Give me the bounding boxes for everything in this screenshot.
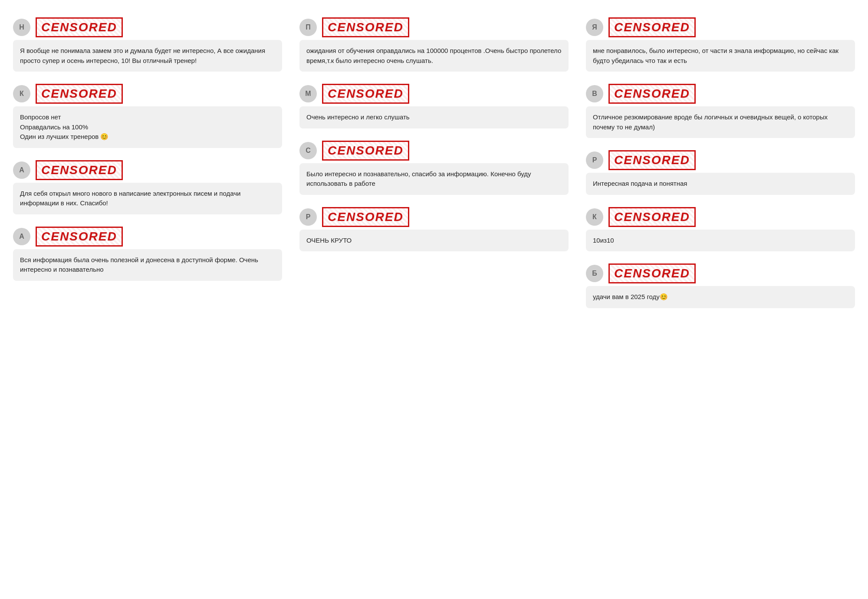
censored-label: CENSORED: [328, 210, 404, 224]
avatar: Я: [586, 19, 603, 36]
review-message: удачи вам в 2025 году😊: [586, 286, 855, 308]
review-card: ЯCENSOREDмне понравилось, было интересно…: [586, 17, 855, 72]
card-header: КCENSORED: [586, 207, 855, 227]
censored-badge: CENSORED: [608, 207, 696, 227]
card-header: МCENSORED: [299, 84, 569, 104]
card-header: БCENSORED: [586, 263, 855, 283]
card-header: РCENSORED: [299, 207, 569, 227]
censored-label: CENSORED: [328, 20, 404, 34]
avatar: А: [13, 161, 30, 179]
review-message: Было интересно и познавательно, спасибо …: [299, 163, 569, 195]
review-card: РCENSOREDИнтересная подача и понятная: [586, 150, 855, 195]
card-header: КCENSORED: [13, 84, 282, 104]
avatar: К: [586, 208, 603, 226]
censored-badge: CENSORED: [608, 17, 696, 37]
review-message: Интересная подача и понятная: [586, 173, 855, 195]
censored-label: CENSORED: [614, 153, 690, 167]
review-message: Вопросов нет Оправдались на 100% Один из…: [13, 106, 282, 148]
censored-label: CENSORED: [614, 210, 690, 224]
column-1: НCENSOREDЯ вообще не понимала замем это …: [13, 17, 282, 308]
avatar: К: [13, 85, 30, 102]
card-header: ВCENSORED: [586, 84, 855, 104]
card-header: НCENSORED: [13, 17, 282, 37]
censored-label: CENSORED: [328, 87, 404, 100]
review-card: АCENSOREDДля себя открыл много нового в …: [13, 160, 282, 214]
avatar: А: [13, 228, 30, 245]
card-header: РCENSORED: [586, 150, 855, 170]
review-message: Для себя открыл много нового в написание…: [13, 183, 282, 214]
censored-badge: CENSORED: [608, 84, 696, 104]
censored-badge: CENSORED: [36, 160, 123, 180]
avatar: Р: [586, 151, 603, 169]
review-card: ВCENSOREDОтличное резюмирование вроде бы…: [586, 84, 855, 138]
review-message: Отличное резюмирование вроде бы логичных…: [586, 106, 855, 138]
censored-badge: CENSORED: [322, 141, 409, 161]
censored-badge: CENSORED: [36, 227, 123, 247]
censored-badge: CENSORED: [322, 17, 409, 37]
card-header: АCENSORED: [13, 160, 282, 180]
review-card: БCENSOREDудачи вам в 2025 году😊: [586, 263, 855, 308]
censored-label: CENSORED: [614, 20, 690, 34]
censored-label: CENSORED: [614, 267, 690, 280]
censored-label: CENSORED: [41, 87, 117, 100]
reviews-grid: НCENSOREDЯ вообще не понимала замем это …: [13, 17, 855, 308]
review-message: Вся информация была очень полезной и дон…: [13, 249, 282, 281]
card-header: СCENSORED: [299, 141, 569, 161]
censored-badge: CENSORED: [36, 84, 123, 104]
review-message: мне понравилось, было интересно, от част…: [586, 40, 855, 72]
column-3: ЯCENSOREDмне понравилось, было интересно…: [586, 17, 855, 308]
censored-badge: CENSORED: [608, 263, 696, 283]
review-card: РCENSOREDОЧЕНЬ КРУТО: [299, 207, 569, 252]
review-message: ОЧЕНЬ КРУТО: [299, 230, 569, 252]
review-card: АCENSOREDВся информация была очень полез…: [13, 227, 282, 281]
censored-badge: CENSORED: [322, 84, 409, 104]
review-card: КCENSOREDВопросов нет Оправдались на 100…: [13, 84, 282, 148]
review-card: СCENSOREDБыло интересно и познавательно,…: [299, 141, 569, 195]
avatar: Р: [299, 208, 317, 226]
censored-badge: CENSORED: [36, 17, 123, 37]
avatar: С: [299, 142, 317, 159]
censored-label: CENSORED: [41, 230, 117, 243]
review-card: КCENSORED10из10: [586, 207, 855, 252]
column-2: ПCENSOREDожидания от обучения оправдалис…: [299, 17, 569, 308]
review-message: Я вообще не понимала замем это и думала …: [13, 40, 282, 72]
censored-badge: CENSORED: [322, 207, 409, 227]
review-card: ПCENSOREDожидания от обучения оправдалис…: [299, 17, 569, 72]
censored-label: CENSORED: [614, 87, 690, 100]
censored-label: CENSORED: [328, 144, 404, 157]
censored-label: CENSORED: [41, 163, 117, 177]
card-header: ЯCENSORED: [586, 17, 855, 37]
avatar: М: [299, 85, 317, 102]
review-message: ожидания от обучения оправдались на 1000…: [299, 40, 569, 72]
review-message: 10из10: [586, 230, 855, 252]
review-message: Очень интересно и легко слушать: [299, 106, 569, 128]
card-header: АCENSORED: [13, 227, 282, 247]
card-header: ПCENSORED: [299, 17, 569, 37]
avatar: Н: [13, 19, 30, 36]
avatar: Б: [586, 265, 603, 282]
review-card: МCENSOREDОчень интересно и легко слушать: [299, 84, 569, 128]
review-card: НCENSOREDЯ вообще не понимала замем это …: [13, 17, 282, 72]
censored-badge: CENSORED: [608, 150, 696, 170]
avatar: П: [299, 19, 317, 36]
avatar: В: [586, 85, 603, 102]
censored-label: CENSORED: [41, 20, 117, 34]
